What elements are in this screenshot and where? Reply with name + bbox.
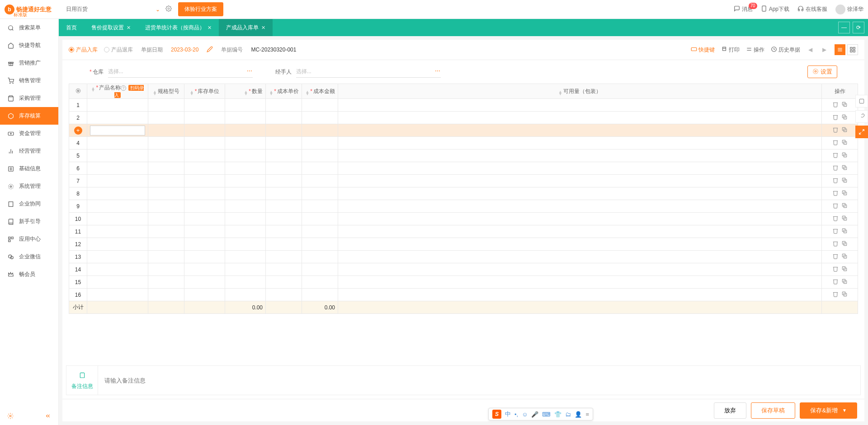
cell-spec[interactable] xyxy=(148,162,184,175)
radio-product-out[interactable]: 产品退库 xyxy=(104,46,133,54)
cell-price[interactable] xyxy=(266,137,302,149)
cell-price[interactable] xyxy=(266,175,302,187)
cell-unit[interactable] xyxy=(184,162,225,175)
delete-row-icon[interactable] xyxy=(832,126,839,133)
cell-spec[interactable] xyxy=(148,263,184,276)
handler-select[interactable]: 选择... ⋯ xyxy=(296,66,441,78)
float-tool-1[interactable] xyxy=(855,95,868,107)
cell-unit[interactable] xyxy=(184,137,225,149)
category-select[interactable]: 日用百货 ⌄ xyxy=(66,5,160,13)
cell-qty[interactable] xyxy=(225,289,266,301)
ime-skin-icon[interactable]: 👕 xyxy=(554,411,561,418)
cell-qty[interactable] xyxy=(225,238,266,251)
sort-icon[interactable]: ▲▼ xyxy=(153,91,157,95)
cell-spec[interactable] xyxy=(148,99,184,112)
cell-price[interactable] xyxy=(266,251,302,263)
cell-spec[interactable] xyxy=(148,213,184,225)
cell-amount[interactable] xyxy=(302,162,338,175)
sidebar-item-marketing[interactable]: 营销推广 xyxy=(0,54,58,72)
col-available[interactable]: ▲▼可用量（包装） xyxy=(338,84,822,99)
table-row[interactable]: 14 xyxy=(69,263,858,276)
sidebar-item-appcenter[interactable]: 应用中心 xyxy=(0,230,58,248)
cell-price[interactable] xyxy=(266,263,302,276)
cell-spec[interactable] xyxy=(148,289,184,301)
cell-product-name[interactable] xyxy=(87,137,148,149)
cell-unit[interactable] xyxy=(184,175,225,187)
delete-row-icon[interactable] xyxy=(832,164,839,171)
table-row[interactable]: 5 xyxy=(69,149,858,162)
sidebar-item-business[interactable]: 经营管理 xyxy=(0,142,58,160)
try-industry-button[interactable]: 体验行业方案 xyxy=(178,2,223,16)
cell-unit[interactable] xyxy=(184,238,225,251)
copy-row-icon[interactable] xyxy=(841,291,848,297)
copy-row-icon[interactable] xyxy=(841,152,848,158)
cell-avail[interactable] xyxy=(338,276,822,289)
cell-amount[interactable] xyxy=(302,213,338,225)
col-unit[interactable]: ▲▼*库存单位 xyxy=(184,84,225,99)
warehouse-select[interactable]: 选择... ⋯ xyxy=(108,66,253,78)
view-list-button[interactable] xyxy=(835,44,845,55)
table-row[interactable]: 8 xyxy=(69,187,858,200)
cell-qty[interactable] xyxy=(225,137,266,149)
cell-product-name[interactable] xyxy=(87,238,148,251)
tab-price-settings[interactable]: 售价提取设置✕ xyxy=(84,19,138,36)
delete-row-icon[interactable] xyxy=(832,215,839,221)
cell-price[interactable] xyxy=(266,162,302,175)
cell-avail[interactable] xyxy=(338,251,822,263)
product-name-input[interactable] xyxy=(90,126,145,135)
cell-qty[interactable] xyxy=(225,187,266,200)
cell-qty[interactable] xyxy=(225,251,266,263)
cell-qty[interactable] xyxy=(225,162,266,175)
delete-row-icon[interactable] xyxy=(832,240,839,247)
table-row[interactable]: 2 xyxy=(69,112,858,124)
ime-emoji-icon[interactable]: ☺ xyxy=(522,411,528,418)
remark-input[interactable] xyxy=(98,366,860,395)
cell-avail[interactable] xyxy=(338,162,822,175)
settings-icon[interactable] xyxy=(7,413,14,420)
sort-icon[interactable]: ▲▼ xyxy=(91,87,95,92)
copy-row-icon[interactable] xyxy=(841,114,848,120)
cell-spec[interactable] xyxy=(148,200,184,213)
sidebar-item-guide[interactable]: 新手引导 xyxy=(0,213,58,230)
cell-unit[interactable] xyxy=(184,289,225,301)
cell-avail[interactable] xyxy=(338,213,822,225)
copy-row-icon[interactable] xyxy=(841,190,848,196)
save-draft-button[interactable]: 保存草稿 xyxy=(751,402,795,419)
cell-avail[interactable] xyxy=(338,225,822,238)
ime-keyboard-icon[interactable]: ⌨ xyxy=(542,411,551,418)
cell-avail[interactable] xyxy=(338,175,822,187)
cell-spec[interactable] xyxy=(148,124,184,137)
ime-menu-icon[interactable]: ≡ xyxy=(585,411,589,418)
tab-product-stockin[interactable]: 产成品入库单✕ xyxy=(219,19,273,36)
cell-amount[interactable] xyxy=(302,276,338,289)
copy-row-icon[interactable] xyxy=(841,215,848,221)
minimize-button[interactable]: — xyxy=(838,22,850,33)
table-row[interactable]: 4 xyxy=(69,137,858,149)
cell-price[interactable] xyxy=(266,276,302,289)
delete-row-icon[interactable] xyxy=(832,177,839,183)
cell-amount[interactable] xyxy=(302,137,338,149)
print-button[interactable]: 打印 xyxy=(721,46,740,54)
cell-price[interactable] xyxy=(266,99,302,112)
cell-unit[interactable] xyxy=(184,112,225,124)
close-icon[interactable]: ✕ xyxy=(127,25,131,31)
cell-qty[interactable] xyxy=(225,149,266,162)
cell-unit[interactable] xyxy=(184,149,225,162)
edit-date-icon[interactable] xyxy=(207,46,213,54)
cell-spec[interactable] xyxy=(148,137,184,149)
cell-unit[interactable] xyxy=(184,225,225,238)
sidebar-item-member[interactable]: 畅会员 xyxy=(0,266,58,283)
history-button[interactable]: 历史单据 xyxy=(771,46,800,54)
table-row[interactable]: 16 xyxy=(69,289,858,301)
sogou-logo-icon[interactable]: S xyxy=(492,410,501,419)
col-price[interactable]: ▲▼*成本单价 xyxy=(266,84,302,99)
discard-button[interactable]: 放弃 xyxy=(714,402,746,419)
copy-row-icon[interactable] xyxy=(841,164,848,171)
cell-unit[interactable] xyxy=(184,124,225,137)
cell-product-name[interactable] xyxy=(87,162,148,175)
sidebar-item-basicinfo[interactable]: 基础信息 xyxy=(0,160,58,177)
operate-button[interactable]: 操作 xyxy=(746,46,764,54)
tab-purchase-stats[interactable]: 进货单统计表（按商品）✕ xyxy=(138,19,219,36)
cell-qty[interactable] xyxy=(225,112,266,124)
table-row[interactable]: 11 xyxy=(69,225,858,238)
